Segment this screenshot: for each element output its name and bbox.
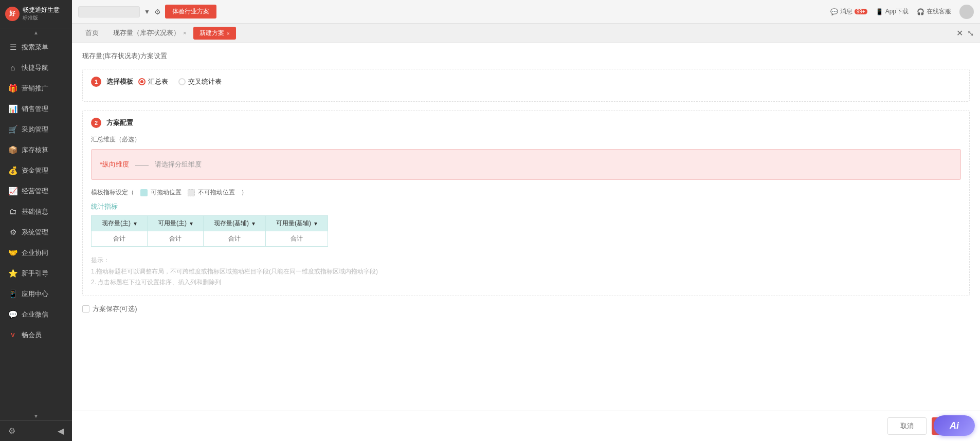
search-menu-icon: ☰: [8, 43, 17, 52]
logo-icon: 好: [5, 7, 20, 21]
table-header-row: 现存量(主) ▾ 可用量(主) ▾: [92, 216, 328, 231]
basic-info-icon: 🗂: [8, 207, 17, 216]
avatar[interactable]: [959, 5, 974, 19]
trial-btn[interactable]: 体验行业方案: [165, 5, 216, 19]
stats-table: 现存量(主) ▾ 可用量(主) ▾: [91, 215, 328, 247]
col-header-3[interactable]: 可用量(基辅) ▾: [266, 216, 328, 231]
tip-2: 2. 点击标题栏下拉可设置排序、插入列和删除列: [91, 279, 221, 286]
col-0-arrow-icon: ▾: [134, 220, 137, 227]
window-expand-icon[interactable]: ⤡: [967, 28, 974, 38]
col-header-2[interactable]: 现存量(基辅) ▾: [204, 216, 266, 231]
scroll-down-arrow[interactable]: ▼: [0, 412, 72, 420]
sidebar-item-marketing[interactable]: 🎁 营销推广: [0, 78, 72, 99]
template-radio-group: 汇总表 交叉统计表: [138, 77, 222, 86]
legend-not-draggable: 不可拖动位置: [188, 188, 235, 197]
dropdown-arrow-icon[interactable]: ▼: [144, 8, 150, 15]
sidebar-item-operations[interactable]: 📈 经营管理: [0, 181, 72, 201]
sidebar-item-member[interactable]: V 畅会员: [0, 325, 72, 345]
sidebar-footer: ⚙ ◀: [0, 420, 72, 441]
sidebar-item-operations-label: 经营管理: [22, 187, 48, 196]
sidebar-item-guide-label: 新手引导: [22, 269, 48, 278]
sidebar-item-system-label: 系统管理: [22, 228, 48, 237]
stats-section: 统计指标 现存量(主) ▾ 可用量: [91, 202, 961, 247]
marketing-icon: 🎁: [8, 84, 17, 93]
wechat-icon: 💬: [8, 310, 17, 319]
col-header-0-content: 现存量(主) ▾: [102, 219, 137, 228]
sidebar-item-finance[interactable]: 💰 资金管理: [0, 160, 72, 181]
window-controls: ✕ ⤡: [956, 28, 974, 38]
dimension-dash: ——: [135, 161, 149, 169]
step2-title: 方案配置: [106, 118, 133, 127]
metrics-end: ）: [241, 188, 247, 197]
topbar: ▼ ⚙ 体验行业方案 💬 消息 99+ 📱 App下载 🎧 在线客服: [72, 0, 980, 24]
radio-cross[interactable]: 交叉统计表: [178, 77, 222, 86]
col-header-1-content: 可用量(主) ▾: [158, 219, 193, 228]
col-2-arrow-icon: ▾: [252, 220, 255, 227]
radio-summary[interactable]: 汇总表: [138, 77, 168, 86]
search-input[interactable]: [78, 6, 140, 17]
save-option-row: 方案保存(可选): [82, 304, 970, 314]
sidebar-item-guide[interactable]: ⭐ 新手引导: [0, 263, 72, 284]
tab-new-plan[interactable]: 新建方案 ×: [193, 27, 235, 40]
online-service-btn[interactable]: 🎧 在线客服: [917, 7, 951, 16]
col-0-label: 现存量(主): [102, 219, 131, 228]
phone-icon: 📱: [876, 8, 883, 15]
enterprise-icon: 🤝: [8, 248, 17, 258]
col-header-3-content: 可用量(基辅) ▾: [276, 219, 317, 228]
cancel-button[interactable]: 取消: [887, 417, 927, 435]
dimension-placeholder: 请选择分组维度: [155, 160, 202, 169]
footer: 取消 查询: [72, 411, 980, 441]
ai-bubble[interactable]: Ai: [934, 415, 975, 436]
sidebar-item-appcenter[interactable]: 📱 应用中心: [0, 284, 72, 304]
dimension-area[interactable]: *纵向维度 —— 请选择分组维度: [91, 149, 961, 180]
col-header-0[interactable]: 现存量(主) ▾: [92, 216, 148, 231]
col-header-1[interactable]: 可用量(主) ▾: [148, 216, 204, 231]
save-checkbox[interactable]: [82, 305, 89, 313]
scroll-up-arrow[interactable]: ▲: [0, 28, 72, 37]
online-service-label: 在线客服: [927, 7, 951, 16]
purchase-icon: 🛒: [8, 125, 17, 134]
tab-inventory-close-icon[interactable]: ×: [183, 30, 186, 36]
window-close-icon[interactable]: ✕: [956, 28, 963, 38]
app-download-btn[interactable]: 📱 App下载: [876, 7, 909, 16]
sidebar-item-search[interactable]: ☰ 搜索菜单: [0, 37, 72, 58]
app-download-label: App下载: [885, 7, 909, 16]
metrics-setting-row: 模板指标设定（ 可拖动位置 不可拖动位置 ）: [91, 188, 961, 197]
tips-title: 提示：: [91, 256, 110, 264]
message-badge: 99+: [855, 9, 867, 14]
sidebar-item-sales[interactable]: 📊 销售管理: [0, 99, 72, 119]
sidebar-item-sales-label: 销售管理: [22, 104, 48, 114]
app-edition: 标准版: [23, 14, 60, 22]
tips-section: 提示： 1.拖动标题栏可以调整布局，不可跨维度或指标区域拖动栏目字段(只能在同一…: [91, 255, 961, 288]
col-3-label: 可用量(基辅): [276, 219, 311, 228]
tab-inventory-status[interactable]: 现存量（库存状况表） ×: [106, 24, 193, 43]
not-draggable-legend-text: 不可拖动位置: [198, 188, 235, 197]
tab-home-label: 首页: [85, 28, 99, 38]
draggable-legend-box: [140, 189, 148, 196]
sidebar-item-purchase[interactable]: 🛒 采购管理: [0, 119, 72, 140]
summary-dimension-label: 汇总维度（必选）: [91, 135, 961, 144]
collapse-icon[interactable]: ◀: [58, 426, 64, 436]
gear-icon[interactable]: ⚙: [154, 8, 161, 16]
operations-icon: 📈: [8, 187, 17, 196]
tab-inventory-label: 现存量（库存状况表）: [113, 28, 180, 38]
sidebar-item-search-label: 搜索菜单: [22, 43, 48, 52]
step1-header: 1 选择模板 汇总表 交叉统计表: [91, 77, 961, 87]
sidebar-item-wechat[interactable]: 💬 企业微信: [0, 304, 72, 325]
save-option-label: 方案保存(可选): [93, 304, 137, 314]
tab-home[interactable]: 首页: [78, 24, 106, 43]
tip-1: 1.拖动标题栏可以调整布局，不可跨维度或指标区域拖动栏目字段(只能在同一维度或指…: [91, 268, 378, 275]
topbar-right: 💬 消息 99+ 📱 App下载 🎧 在线客服: [830, 5, 974, 19]
message-btn[interactable]: 💬 消息 99+: [830, 7, 867, 16]
sidebar-item-inventory[interactable]: 📦 库存核算: [0, 140, 72, 160]
sidebar-item-quicknav[interactable]: ⌂ 快捷导航: [0, 58, 72, 78]
sidebar-item-finance-label: 资金管理: [22, 166, 48, 175]
sidebar-item-enterprise[interactable]: 🤝 企业协同: [0, 243, 72, 263]
tab-new-plan-label: 新建方案: [199, 29, 224, 38]
ai-label: Ai: [950, 420, 959, 431]
settings-icon[interactable]: ⚙: [8, 426, 15, 436]
tab-new-close-icon[interactable]: ×: [226, 30, 229, 36]
message-icon: 💬: [830, 8, 838, 15]
sidebar-item-system[interactable]: ⚙ 系统管理: [0, 222, 72, 243]
sidebar-item-basic-info[interactable]: 🗂 基础信息: [0, 201, 72, 222]
